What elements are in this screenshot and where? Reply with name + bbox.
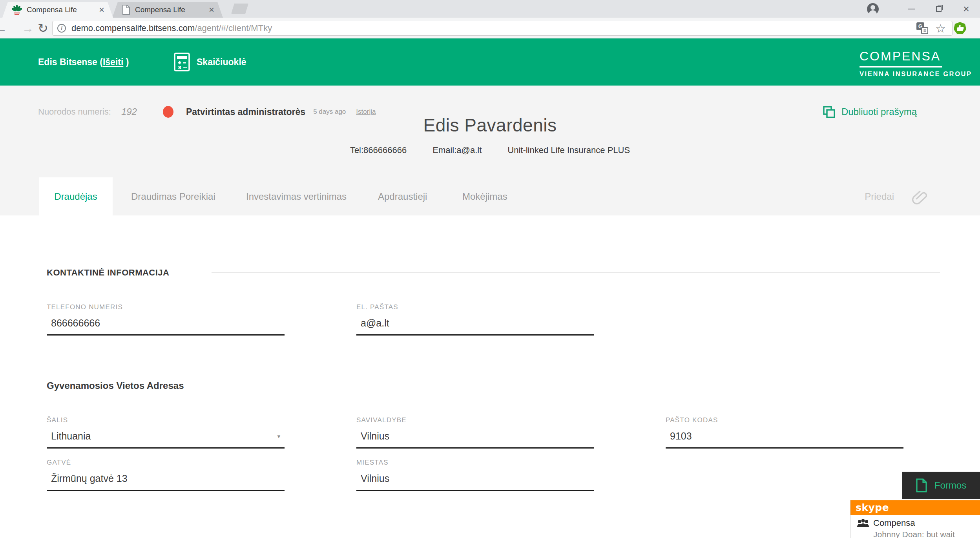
agent-account: Edis Bitsense (Išeiti ) (38, 38, 129, 86)
phone-input[interactable]: 866666666 (47, 317, 285, 336)
info-icon[interactable]: i (57, 24, 66, 33)
client-email: Email:a@a.lt (433, 145, 482, 155)
postal-code-input[interactable]: 9103 (666, 430, 903, 449)
browser-tab-strip: Compensa Life × Compensa Life × × (0, 0, 980, 18)
form-content: KONTAKTINĖ INFORMACIJA TELEFONO NUMERIS … (0, 215, 980, 538)
calculator-label: Skaičiuoklė (197, 57, 246, 67)
street-input[interactable]: Žirmūnų gatvė 13 (47, 473, 285, 491)
field-gatve: GATVĖ Žirmūnų gatvė 13 (47, 459, 285, 491)
field-label: SAVIVALDYBĖ (356, 416, 594, 424)
minimize-button[interactable] (898, 0, 925, 18)
bookmark-star-icon[interactable]: ☆ (935, 22, 946, 35)
brand-name: COMPENSA (860, 49, 941, 64)
skype-message-preview: Johnny Doan: but wait (873, 530, 980, 538)
back-icon[interactable]: ← (0, 18, 7, 38)
field-label: PAŠTO KODAS (666, 416, 903, 424)
tab-investavimas-vertinimas[interactable]: Investavimas vertinimas (246, 177, 347, 215)
browser-profile-avatar-icon[interactable] (867, 3, 879, 15)
document-icon (916, 478, 927, 492)
section-title-contact-info: KONTAKTINĖ INFORMACIJA (47, 268, 169, 278)
close-button[interactable]: × (953, 0, 980, 18)
field-label: EL. PAŠTAS (356, 303, 594, 311)
address-bar[interactable]: i demo.compensalife.bitsens.com/agent/#/… (52, 21, 953, 36)
window-controls: × (867, 0, 980, 18)
url-host: demo.compensalife.bitsens.com (71, 23, 195, 33)
compensa-logo: COMPENSA VIENNA INSURANCE GROUP (860, 47, 942, 78)
tab-mokejimas[interactable]: Mokėjimas (462, 177, 507, 215)
client-phone: Tel:866666666 (350, 145, 407, 155)
client-summary-band: Nuorodos numeris: 192 Patvirtintas admin… (0, 86, 980, 215)
client-contact-row: Tel:866666666 Email:a@a.lt Unit-linked L… (0, 145, 980, 155)
field-telefono-numeris: TELEFONO NUMERIS 866666666 (47, 303, 285, 336)
skype-header: skype (850, 500, 980, 515)
close-icon[interactable]: × (98, 5, 105, 15)
email-input[interactable]: a@a.lt (356, 317, 594, 336)
field-pasto-kodas: PAŠTO KODAS 9103 (666, 416, 903, 449)
tab-title: Compensa Life (27, 5, 98, 14)
field-label: GATVĖ (47, 459, 285, 467)
translate-icon[interactable]: G ≡ (916, 22, 928, 34)
url-path: /agent/#/client/MTky (195, 23, 272, 33)
agent-name: Edis Bitsense (38, 57, 97, 67)
skype-logo: skype (856, 502, 889, 513)
section-title-address: Gyvenamosios Vietos Adresas (47, 380, 184, 391)
page-icon (122, 5, 130, 15)
formos-button[interactable]: Formos (902, 472, 980, 499)
tab-apdraustieji[interactable]: Apdraustieji (378, 177, 427, 215)
field-savivaldybe: SAVIVALDYBĖ Vilnius (356, 416, 594, 449)
field-el-pastas: EL. PAŠTAS a@a.lt (356, 303, 594, 336)
forward-icon[interactable]: → (22, 18, 34, 38)
municipality-input[interactable]: Vilnius (356, 430, 594, 449)
formos-label: Formos (934, 480, 966, 491)
paperclip-icon (912, 188, 929, 206)
city-input[interactable]: Vilnius (356, 473, 594, 491)
restore-button[interactable] (925, 0, 953, 18)
field-label: MIESTAS (356, 459, 594, 467)
tab-draudimas-poreikiai[interactable]: Draudimas Poreikiai (131, 177, 215, 215)
priedai-label: Priedai (865, 191, 894, 202)
browser-tab-inactive[interactable]: Compensa Life × (112, 2, 223, 18)
client-product: Unit-linked Life Insurance PLUS (507, 145, 630, 155)
calculator-menu-item[interactable]: Skaičiuoklė (174, 38, 246, 86)
field-salis: ŠALIS Lithuania ▾ (47, 416, 285, 449)
tab-draudejas[interactable]: Draudėjas (39, 177, 113, 215)
app-header: Edis Bitsense (Išeiti ) Skaičiuoklė COMP… (0, 38, 980, 86)
logout-link[interactable]: Išeiti (103, 57, 123, 67)
group-icon (857, 518, 869, 528)
reload-icon[interactable]: ↻ (38, 18, 48, 38)
chevron-down-icon: ▾ (277, 433, 280, 440)
compensa-favicon-icon (12, 5, 22, 15)
field-miestas: MIESTAS Vilnius (356, 459, 594, 491)
skype-body: Compensa Johnny Doan: but wait (850, 515, 980, 538)
calculator-icon (174, 53, 190, 71)
field-label: TELEFONO NUMERIS (47, 303, 285, 311)
browser-tab-active[interactable]: Compensa Life × (2, 2, 113, 18)
field-label: ŠALIS (47, 416, 285, 424)
section-divider (212, 272, 940, 273)
extension-thumb-icon[interactable] (953, 22, 967, 35)
close-icon[interactable]: × (208, 5, 215, 15)
country-select[interactable]: Lithuania ▾ (47, 430, 285, 449)
browser-toolbar: ← → ↻ i demo.compensalife.bitsens.com/ag… (0, 18, 980, 38)
tab-title: Compensa Life (135, 5, 208, 14)
skype-group-name: Compensa (873, 518, 915, 528)
client-name: Edis Pavardenis (0, 115, 980, 136)
tab-priedai[interactable]: Priedai (865, 177, 929, 215)
new-tab-button[interactable] (231, 4, 248, 14)
brand-subtitle: VIENNA INSURANCE GROUP (860, 70, 942, 78)
skype-notification[interactable]: skype Compensa Johnny Doan: but wait (850, 500, 980, 538)
page-tabs: Draudėjas Draudimas Poreikiai Investavim… (0, 177, 980, 215)
